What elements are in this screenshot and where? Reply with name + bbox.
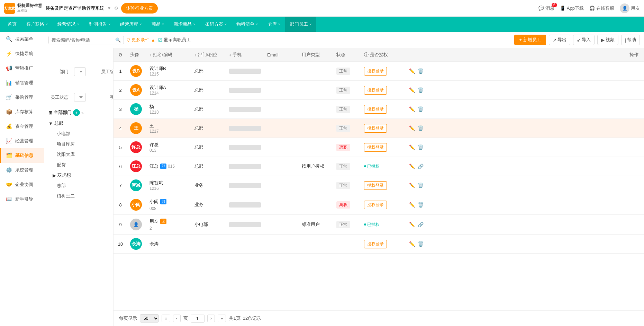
tab-new-goods[interactable]: 新增商品 ×	[169, 17, 200, 32]
delete-icon[interactable]: 🗑️	[418, 106, 424, 112]
edit-icon[interactable]: ✏️	[409, 222, 415, 227]
edit-icon[interactable]: ✏️	[409, 87, 415, 93]
tab-journey[interactable]: 经营历程 ×	[115, 17, 146, 32]
video-button[interactable]: ▶ 视频	[597, 35, 618, 45]
tab-operation[interactable]: 经营情况 ×	[53, 17, 84, 32]
system-title: 装备及固定资产辅助管理系统 ▼ ⚙ 体验行业方案	[46, 3, 538, 14]
close-icon[interactable]: ×	[46, 22, 48, 26]
last-page-btn[interactable]: »	[218, 315, 226, 322]
delete-icon[interactable]: 🗑️	[418, 68, 424, 74]
auth-button[interactable]: 授权登录	[364, 67, 387, 76]
dept-item-shenyang[interactable]: 沈阳大库	[44, 149, 113, 160]
close-icon[interactable]: ×	[309, 22, 311, 26]
dept-group-zongbu[interactable]: ▼ 总部	[44, 118, 113, 129]
col-header-dept[interactable]: ↕ 部门/职位	[192, 48, 226, 62]
page-input[interactable]	[191, 315, 205, 323]
close-icon[interactable]: ×	[77, 22, 79, 26]
edit-icon[interactable]: ✏️	[409, 106, 415, 112]
auth-button[interactable]: 授权登录	[364, 105, 387, 114]
sidebar-item-quick-nav[interactable]: ⚡ 快捷导航	[0, 46, 44, 61]
edit-icon[interactable]: ✏️	[409, 241, 415, 247]
edit-icon[interactable]: ✏️	[409, 68, 415, 74]
dept-item-zongbu2[interactable]: 总部	[44, 180, 113, 191]
sidebar-item-cooperation[interactable]: 🤝 企业协同	[0, 177, 44, 192]
auth-button[interactable]: 授权登录	[364, 181, 387, 190]
auth-button[interactable]: 授权登录	[364, 240, 387, 248]
tab-home[interactable]: 首页	[3, 17, 21, 32]
dept-item-zhishu[interactable]: 植树王二	[44, 191, 113, 201]
dept-collapse-btn[interactable]: «	[81, 110, 84, 115]
sidebar-item-system[interactable]: ⚙️ 系统管理	[0, 163, 44, 177]
tab-dept-employee[interactable]: 部门员工 ×	[285, 17, 316, 32]
close-icon[interactable]: ×	[278, 22, 280, 26]
delete-icon[interactable]: 🗑️	[418, 202, 424, 208]
tab-barcode[interactable]: 条码方案 ×	[200, 17, 232, 32]
close-icon[interactable]: ×	[108, 22, 110, 26]
tab-profit[interactable]: 利润报告 ×	[84, 17, 115, 32]
col-header-settings[interactable]: ⚙	[114, 48, 127, 62]
next-page-btn[interactable]: ›	[207, 315, 215, 322]
sidebar-item-marketing[interactable]: 📢 营销推广	[0, 61, 44, 76]
sidebar-item-guide[interactable]: 📖 新手引导	[0, 192, 44, 206]
link-icon[interactable]: 🔗	[418, 222, 424, 227]
more-filter-btn[interactable]: ▽ 更多条件 ▲	[127, 37, 155, 43]
close-icon[interactable]: ×	[139, 22, 142, 26]
per-page-select[interactable]: 50 100	[140, 314, 159, 323]
delete-icon[interactable]: 🗑️	[418, 241, 424, 247]
sidebar-item-basic-info[interactable]: 🗂️ 基础信息	[0, 148, 44, 163]
dept-add-btn[interactable]: +	[73, 109, 80, 116]
col-header-phone[interactable]: ↕ 手机	[226, 48, 264, 62]
delete-icon[interactable]: 🗑️	[418, 183, 424, 188]
auth-button[interactable]: 授权登录	[364, 124, 387, 133]
delete-icon[interactable]: 🗑️	[418, 87, 424, 93]
app-download-action[interactable]: 📱 App下载	[560, 5, 584, 11]
tab-goods[interactable]: 商品 ×	[147, 17, 169, 32]
message-action[interactable]: 💬 消息 6	[538, 5, 554, 11]
export-button[interactable]: ↗ 导出	[549, 35, 570, 45]
first-page-btn[interactable]: «	[162, 315, 170, 322]
auth-button[interactable]: 授权登录	[364, 201, 387, 209]
system-dropdown-icon[interactable]: ▼	[107, 6, 111, 11]
tab-customer[interactable]: 客户联络 ×	[21, 17, 53, 32]
dept-item-peihuo[interactable]: 配货	[44, 160, 113, 170]
online-service-action[interactable]: 🎧 在线客服	[589, 5, 614, 11]
sidebar-item-sales[interactable]: 📊 销售管理	[0, 76, 44, 90]
show-resigned-toggle[interactable]: ☑ 显示离职员工	[158, 37, 191, 43]
col-header-name[interactable]: ↕ 姓名/编码	[147, 48, 192, 62]
close-icon[interactable]: ×	[162, 22, 164, 26]
delete-icon[interactable]: 🗑️	[418, 125, 424, 131]
dept-item-xiangmu[interactable]: 项目库房	[44, 139, 113, 149]
auth-button[interactable]: 授权登录	[364, 143, 387, 152]
edit-icon[interactable]: ✏️	[409, 125, 415, 131]
close-icon[interactable]: ×	[193, 22, 195, 26]
user-action[interactable]: 👤 用友	[620, 3, 640, 13]
dept-group-shuanghu[interactable]: ▶ 双虎想	[44, 170, 113, 180]
trial-button[interactable]: 体验行业方案	[121, 3, 158, 14]
close-icon[interactable]: ×	[256, 22, 258, 26]
import-button[interactable]: ↙ 导入	[573, 35, 595, 45]
sidebar-item-inventory[interactable]: 📦 库存核算	[0, 105, 44, 119]
edit-icon[interactable]: ✏️	[409, 202, 415, 208]
sidebar-item-search[interactable]: 🔍 搜索菜单	[0, 32, 44, 46]
sidebar-item-purchase[interactable]: 🛒 采购管理	[0, 90, 44, 105]
edit-icon[interactable]: ✏️	[409, 183, 415, 188]
sidebar-item-management[interactable]: 📈 经营管理	[0, 134, 44, 148]
empstatus-filter-select[interactable]	[74, 93, 86, 102]
help-button[interactable]: | 帮助	[621, 35, 640, 45]
dept-item-xiaodian[interactable]: 小电部	[44, 129, 113, 139]
auth-button[interactable]: 授权登录	[364, 86, 387, 95]
gear-icon[interactable]: ⚙	[114, 6, 118, 11]
dept-filter-select[interactable]	[74, 67, 86, 76]
sidebar-item-finance[interactable]: 💰 资金管理	[0, 119, 44, 134]
close-icon[interactable]: ×	[225, 22, 227, 26]
edit-icon[interactable]: ✏️	[409, 144, 415, 150]
delete-icon[interactable]: 🗑️	[418, 144, 424, 150]
prev-page-btn[interactable]: ‹	[173, 315, 181, 322]
search-input[interactable]	[52, 37, 114, 43]
tab-bom[interactable]: 物料清单 ×	[232, 17, 263, 32]
search-input-wrap[interactable]: 🔍	[48, 36, 124, 44]
add-employee-button[interactable]: + 新增员工	[514, 35, 546, 45]
tab-warehouse[interactable]: 仓库 ×	[263, 17, 285, 32]
link-icon[interactable]: 🔗	[418, 164, 424, 169]
edit-icon[interactable]: ✏️	[409, 164, 415, 169]
